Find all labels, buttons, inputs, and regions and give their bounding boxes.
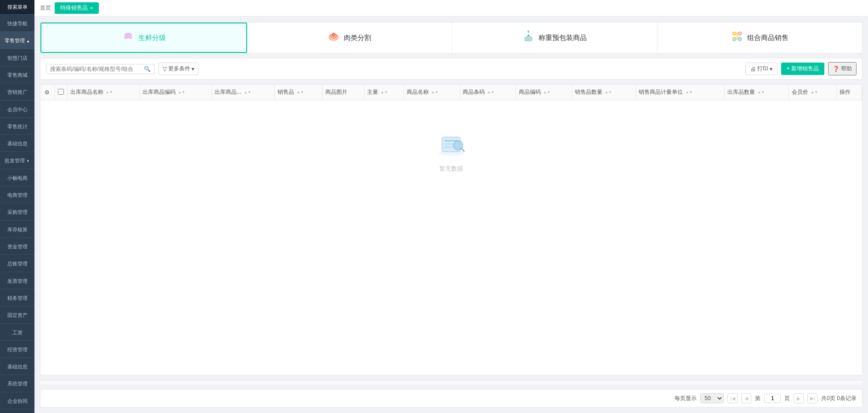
select-all-checkbox[interactable] <box>58 89 64 95</box>
add-label: + 新增销售品 <box>787 65 819 73</box>
page-first-button[interactable]: |◀ <box>727 393 738 403</box>
empty-icon <box>433 128 470 160</box>
sort-product-code[interactable]: ▲▼ <box>543 91 550 94</box>
sidebar-item-fixed-assets[interactable]: 固定资产 <box>0 306 34 323</box>
table-container: ⚙ 出库商品名称 ▲▼ 出库商品编码 ▲▼ 出库商品... ▲▼ <box>40 84 862 375</box>
cat-tab-weight-prepack[interactable]: 称重预包装商品 <box>452 23 658 53</box>
svg-point-7 <box>332 33 335 36</box>
th-settings[interactable]: ⚙ <box>40 85 54 100</box>
sort-sales-quantity[interactable]: ▲▼ <box>605 91 612 94</box>
help-label: 帮助 <box>841 65 852 73</box>
cat-tab-combo-sales-label: 组合商品销售 <box>747 34 789 42</box>
cat-tab-combo-sales[interactable]: 组合商品销售 <box>658 23 862 53</box>
sidebar-item-invoice-mgmt[interactable]: 发票管理 <box>0 272 34 289</box>
cat-tab-meat-cutting[interactable]: 肉类分割 <box>247 23 453 53</box>
th-warehouse-qty: 出库品数量 ▲▼ <box>725 85 789 100</box>
svg-rect-8 <box>525 37 532 41</box>
page-unit: 页 <box>784 395 790 402</box>
th-sales-item: 销售品 ▲▼ <box>275 85 323 100</box>
svg-point-12 <box>732 32 736 35</box>
th-action: 操作 <box>837 85 862 100</box>
topbar-home-link[interactable]: 首页 <box>40 4 51 12</box>
sidebar-search[interactable]: 搜索菜单 <box>0 0 34 15</box>
sidebar-item-sys-mgmt[interactable]: 系统管理 <box>0 375 34 392</box>
sidebar-item-wholesale-mgmt[interactable]: 批发管理 ▼ <box>0 152 34 169</box>
table-body: 暂无数据 <box>40 100 862 201</box>
sort-main-quantity[interactable]: ▲▼ <box>380 91 388 94</box>
sort-warehouse-qty[interactable]: ▲▼ <box>758 91 765 94</box>
sidebar-item-inventory[interactable]: 库存核算 <box>0 221 34 238</box>
sidebar-item-base-info2[interactable]: 基础信息 <box>0 358 34 375</box>
svg-rect-16 <box>736 33 738 40</box>
meat-cutting-icon <box>327 30 340 46</box>
help-icon: ❓ <box>833 66 840 72</box>
filter-button[interactable]: ▽ 更多条件 ▾ <box>159 63 199 75</box>
per-page-label: 每页显示 <box>675 395 697 402</box>
sort-product-barcode[interactable]: ▲▼ <box>487 91 494 94</box>
sidebar-item-general-ledger[interactable]: 总账管理 <box>0 255 34 272</box>
topbar-active-tab[interactable]: 特殊销售品 ✕ <box>55 2 99 14</box>
main-content: 首页 特殊销售品 ✕ 生鲜分级 肉类分割 <box>34 0 868 413</box>
th-warehouse-spec: 出库商品... ▲▼ <box>212 85 275 100</box>
cat-tab-fresh-grading[interactable]: 生鲜分级 <box>40 23 247 53</box>
data-table: ⚙ 出库商品名称 ▲▼ 出库商品编码 ▲▼ 出库商品... ▲▼ <box>40 85 862 201</box>
sort-warehouse-code[interactable]: ▲▼ <box>178 91 185 94</box>
sort-sales-unit[interactable]: ▲▼ <box>686 91 693 94</box>
sidebar-item-new-guide[interactable]: 新手引导 <box>0 409 34 413</box>
page-total: 共0页 0条记录 <box>821 395 857 402</box>
sidebar-item-enterprise-coop[interactable]: 企业协同 <box>0 392 34 409</box>
sidebar-item-smart-store[interactable]: 智慧门店 <box>0 49 34 66</box>
toolbar-right: 🖨 打印 ▾ + 新增销售品 ❓ 帮助 <box>745 62 857 75</box>
search-icon: 🔍 <box>144 66 151 72</box>
th-checkbox[interactable] <box>54 85 67 100</box>
sidebar-item-ops-mgmt[interactable]: 经营管理 <box>0 341 34 358</box>
page-next-button[interactable]: ▶ <box>794 393 804 403</box>
page-label: 第 <box>755 395 760 402</box>
help-button[interactable]: ❓ 帮助 <box>828 62 857 75</box>
sidebar-item-mini-ecom[interactable]: 小畅电商 <box>0 169 34 186</box>
sidebar-item-purchase-mgmt[interactable]: 采购管理 <box>0 203 34 220</box>
svg-point-15 <box>738 37 742 41</box>
th-warehouse-name: 出库商品名称 ▲▼ <box>67 85 139 100</box>
sidebar-item-quick-nav[interactable]: 快捷导航 <box>0 15 34 32</box>
topbar-tab-close[interactable]: ✕ <box>90 6 93 11</box>
print-icon: 🖨 <box>750 66 756 72</box>
search-input[interactable] <box>50 66 142 72</box>
th-warehouse-code: 出库商品编码 ▲▼ <box>139 85 211 100</box>
empty-text: 暂无数据 <box>439 165 463 173</box>
sidebar-item-member-center[interactable]: 会员中心 <box>0 101 34 118</box>
topbar: 首页 特殊销售品 ✕ <box>34 0 868 17</box>
toolbar-left: 🔍 ▽ 更多条件 ▾ <box>46 63 199 75</box>
page-last-button[interactable]: ▶| <box>807 393 817 403</box>
add-button[interactable]: + 新增销售品 <box>781 63 824 75</box>
horizontal-scrollbar[interactable] <box>40 380 862 384</box>
sidebar-item-marketing[interactable]: 营销推广 <box>0 83 34 100</box>
cat-tab-fresh-grading-label: 生鲜分级 <box>138 34 166 42</box>
sort-sales-item[interactable]: ▲▼ <box>297 91 304 94</box>
th-sales-unit: 销售商品计量单位 ▲▼ <box>636 85 725 100</box>
sidebar-item-basic-info[interactable]: 基础信息 <box>0 135 34 152</box>
sidebar-item-finance[interactable]: 资金管理 <box>0 238 34 255</box>
print-button[interactable]: 🖨 打印 ▾ <box>745 63 777 75</box>
sidebar-item-tax-mgmt[interactable]: 税务管理 <box>0 289 34 306</box>
svg-point-1 <box>125 36 127 39</box>
page-input[interactable] <box>764 394 781 403</box>
sort-warehouse-spec[interactable]: ▲▼ <box>244 91 251 94</box>
sidebar-item-retail-mgmt[interactable]: 零售管理 ▲ <box>0 32 34 49</box>
sort-member-price[interactable]: ▲▼ <box>811 91 818 94</box>
sidebar-item-retail-stats[interactable]: 零售统计 <box>0 118 34 135</box>
th-product-barcode: 商品条码 ▲▼ <box>460 85 516 100</box>
print-label: 打印 <box>757 65 768 73</box>
svg-point-11 <box>528 30 529 32</box>
filter-label: 更多条件 <box>168 65 190 73</box>
sidebar-item-salary[interactable]: 工资 <box>0 324 34 341</box>
sidebar-item-ecom-mgmt[interactable]: 电商管理 <box>0 186 34 203</box>
sort-product-name[interactable]: ▲▼ <box>431 91 438 94</box>
svg-point-4 <box>130 34 132 35</box>
filter-icon: ▽ <box>163 66 167 72</box>
sidebar-item-retail-mall[interactable]: 零售商城 <box>0 66 34 83</box>
page-prev-button[interactable]: ◀ <box>741 393 751 403</box>
page-size-select[interactable]: 50 10 20 100 <box>700 393 724 403</box>
th-main-quantity: 主量 ▲▼ <box>364 85 403 100</box>
sort-warehouse-name[interactable]: ▲▼ <box>106 91 113 94</box>
